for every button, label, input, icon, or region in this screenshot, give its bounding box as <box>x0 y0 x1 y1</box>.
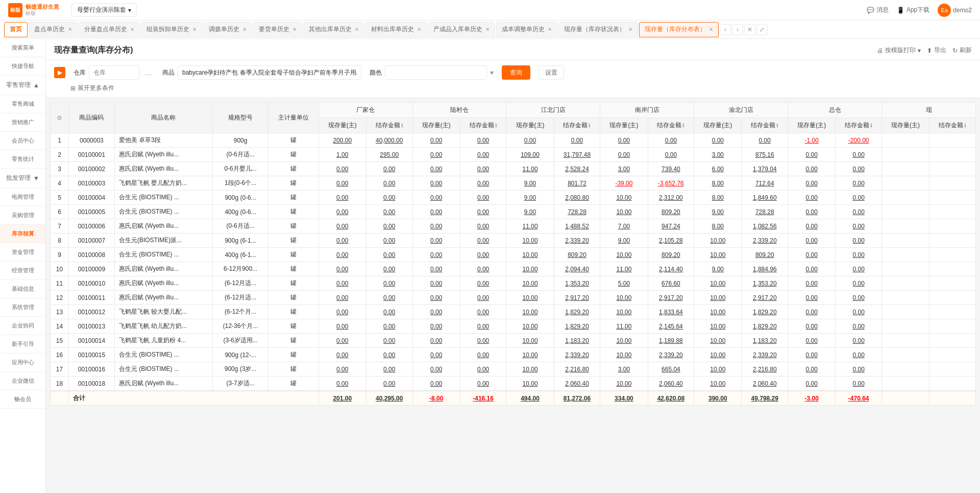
sidebar-item-marketing[interactable]: 营销推广 <box>0 113 45 132</box>
cell-qty-0[interactable]: 0.00 <box>318 334 366 348</box>
cell-qty-extra[interactable] <box>882 305 929 319</box>
tab-other-out[interactable]: 其他出库单历史 ✕ <box>303 22 364 37</box>
cell-qty-4[interactable]: 9.00 <box>694 205 742 219</box>
cell-qty-3[interactable]: 10.00 <box>600 191 648 205</box>
info-icon[interactable]: ℹ <box>964 123 966 128</box>
cell-qty-4[interactable]: 0.00 <box>694 133 742 148</box>
sidebar-item-retail-mall[interactable]: 零售商城 <box>0 95 45 113</box>
cell-qty-4[interactable]: 10.00 <box>694 291 742 305</box>
cell-qty-0[interactable]: 0.00 <box>318 348 366 362</box>
cell-qty-3[interactable]: 10.00 <box>600 248 648 262</box>
cell-qty-0[interactable]: 0.00 <box>318 248 366 262</box>
cell-qty-0[interactable]: 0.00 <box>318 191 366 205</box>
refresh-btn[interactable]: ↻ 刷新 <box>952 46 972 55</box>
info-icon[interactable]: ℹ <box>495 123 497 128</box>
cell-qty-3[interactable]: 11.00 <box>600 262 648 276</box>
cell-qty-0[interactable]: 0.00 <box>318 262 366 276</box>
cell-qty-5[interactable]: 0.00 <box>788 348 836 362</box>
cell-qty-5[interactable]: 0.00 <box>788 176 836 191</box>
cell-qty-1[interactable]: 0.00 <box>412 191 460 205</box>
color-input[interactable] <box>385 65 487 80</box>
cell-qty-4[interactable]: 8.00 <box>694 191 742 205</box>
cell-qty-5[interactable]: 0.00 <box>788 205 836 219</box>
cell-qty-2[interactable]: 10.00 <box>506 291 554 305</box>
sidebar-item-members[interactable]: 会员中心 <box>0 132 45 150</box>
warehouse-input[interactable] <box>89 65 140 80</box>
cell-qty-extra[interactable] <box>882 148 929 162</box>
sidebar-item-enterprise[interactable]: 企业协同 <box>0 317 45 335</box>
cell-qty-2[interactable]: 11.00 <box>506 219 554 233</box>
tab-fraction-count[interactable]: 分量盘点单历史 ✕ <box>79 22 140 37</box>
sidebar-item-app-center[interactable]: 应用中心 <box>0 354 45 372</box>
sidebar-item-vip[interactable]: 畅会员 <box>0 390 45 409</box>
sidebar-item-search[interactable]: 搜索英单 <box>0 39 45 57</box>
cell-qty-2[interactable]: 9.00 <box>506 205 554 219</box>
warehouse-ellipsis[interactable]: … <box>145 68 152 77</box>
cell-qty-3[interactable]: 9.00 <box>600 233 648 248</box>
cell-qty-1[interactable]: 0.00 <box>412 377 460 391</box>
cell-qty-4[interactable]: 10.00 <box>694 305 742 319</box>
cell-qty-3[interactable]: 11.00 <box>600 319 648 334</box>
cell-qty-3[interactable]: 7.00 <box>600 219 648 233</box>
cell-qty-5[interactable]: 0.00 <box>788 248 836 262</box>
sidebar-item-nav[interactable]: 快捷导航 <box>0 57 45 76</box>
cell-qty-1[interactable]: 0.00 <box>412 262 460 276</box>
cell-qty-1[interactable]: 0.00 <box>412 233 460 248</box>
cell-qty-2[interactable]: 10.00 <box>506 248 554 262</box>
cell-qty-2[interactable]: 10.00 <box>506 319 554 334</box>
sidebar-item-operations[interactable]: 经营管理 <box>0 262 45 280</box>
cell-qty-1[interactable]: 0.00 <box>412 305 460 319</box>
cell-qty-extra[interactable] <box>882 191 929 205</box>
cell-qty-1[interactable]: 0.00 <box>412 276 460 291</box>
info-icon[interactable]: ℹ <box>401 123 403 128</box>
cell-qty-extra[interactable] <box>882 348 929 362</box>
cell-qty-extra[interactable] <box>882 205 929 219</box>
cell-qty-3[interactable]: 10.00 <box>600 377 648 391</box>
tab-stock-dist[interactable]: 现存量（库存分布表） ✕ <box>639 22 719 37</box>
gear-icon[interactable]: ⚙ <box>57 114 62 122</box>
cell-qty-4[interactable]: 10.00 <box>694 362 742 377</box>
tab-close-icon[interactable]: ✕ <box>709 27 713 32</box>
cell-qty-1[interactable]: 0.00 <box>412 348 460 362</box>
tab-close-icon[interactable]: ✕ <box>417 27 421 32</box>
cell-qty-4[interactable]: 10.00 <box>694 348 742 362</box>
sidebar-item-retail-stats[interactable]: 零售统计 <box>0 150 45 169</box>
cell-qty-0[interactable]: 0.00 <box>318 276 366 291</box>
cell-qty-extra[interactable] <box>882 233 929 248</box>
cell-qty-5[interactable]: 0.00 <box>788 291 836 305</box>
cell-qty-3[interactable]: 10.00 <box>600 348 648 362</box>
cell-qty-0[interactable]: 0.00 <box>318 319 366 334</box>
cell-qty-2[interactable]: 9.00 <box>506 176 554 191</box>
cell-qty-4[interactable]: 8.00 <box>694 176 742 191</box>
cell-qty-extra[interactable] <box>882 248 929 262</box>
tab-next-btn[interactable]: › <box>732 24 743 35</box>
cell-qty-0[interactable]: 0.00 <box>318 219 366 233</box>
tab-assemble[interactable]: 组装拆卸单历史 ✕ <box>141 22 202 37</box>
cell-qty-5[interactable]: 0.00 <box>788 233 836 248</box>
cell-qty-4[interactable]: 10.00 <box>694 319 742 334</box>
cell-qty-3[interactable]: 10.00 <box>600 205 648 219</box>
tab-stock-status[interactable]: 现存量（库存状况表） ✕ <box>558 22 638 37</box>
tab-close-icon[interactable]: ✕ <box>485 27 489 32</box>
tab-close-all-btn[interactable]: ✕ <box>744 24 755 35</box>
info-icon[interactable]: ℹ <box>589 123 591 128</box>
cell-qty-2[interactable]: 10.00 <box>506 377 554 391</box>
sidebar-item-inventory[interactable]: 库存核算 <box>0 225 45 243</box>
cell-qty-extra[interactable] <box>882 276 929 291</box>
message-btn[interactable]: 💬 消息 <box>867 6 889 14</box>
sidebar-item-system[interactable]: 系统管理 <box>0 298 45 317</box>
tab-close-icon[interactable]: ✕ <box>628 27 632 32</box>
cell-qty-5[interactable]: -1.00 <box>788 133 836 148</box>
cell-qty-2[interactable]: 109.00 <box>506 148 554 162</box>
cell-qty-3[interactable]: -39.00 <box>600 176 648 191</box>
cell-qty-extra[interactable] <box>882 362 929 377</box>
cell-qty-3[interactable]: 5.00 <box>600 276 648 291</box>
cell-qty-1[interactable]: 0.00 <box>412 319 460 334</box>
cell-qty-5[interactable]: 0.00 <box>788 276 836 291</box>
cell-qty-1[interactable]: 0.00 <box>412 133 460 148</box>
tab-close-icon[interactable]: ✕ <box>242 27 247 32</box>
cell-qty-4[interactable]: 10.00 <box>694 334 742 348</box>
cell-qty-2[interactable]: 9.00 <box>506 191 554 205</box>
cell-qty-2[interactable]: 0.00 <box>506 133 554 148</box>
collapse-btn[interactable]: ▶ <box>54 67 65 78</box>
